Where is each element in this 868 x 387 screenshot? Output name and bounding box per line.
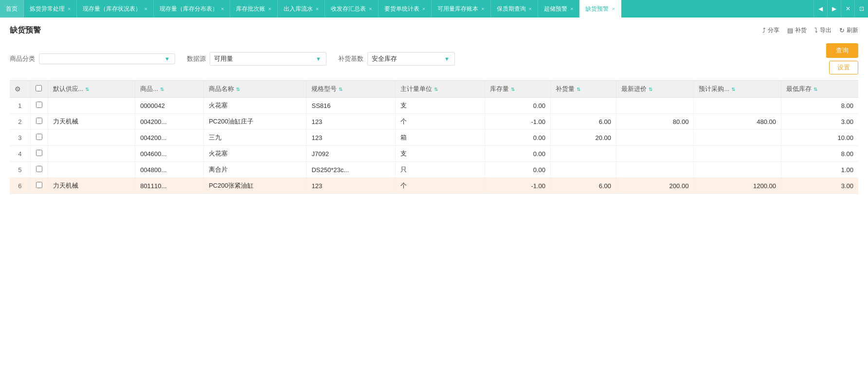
row-est-purchase-cell — [694, 162, 781, 178]
row-replenish-qty-cell — [551, 146, 616, 162]
table-row: 1 0000042 火花塞 SS816 支 0.00 8.00 — [10, 98, 858, 114]
row-replenish-qty-cell: 6.00 — [551, 178, 616, 194]
tab-abnormal[interactable]: 炼货异常处理 × — [24, 0, 77, 18]
close-tab-flow[interactable]: × — [316, 6, 319, 12]
row-unit-cell: 箱 — [396, 130, 485, 146]
tab-close-all-btn[interactable]: ✕ — [841, 0, 854, 18]
row-checkbox-1[interactable] — [36, 118, 42, 124]
replenish-base-select[interactable]: 安全库存 ▼ — [367, 52, 455, 66]
replenish-icon: ▤ — [787, 27, 793, 34]
tab-home[interactable]: 首页 — [0, 0, 24, 18]
row-min-stock-cell: 3.00 — [781, 114, 858, 130]
replenish-base-filter-group: 补货基数 安全库存 ▼ — [338, 52, 455, 66]
header-actions: ⤴ 分享 ▤ 补货 ⤵ 导出 ↻ 刷新 — [762, 26, 858, 35]
replenish-base-chevron-icon: ▼ — [444, 56, 450, 62]
datasource-select[interactable]: 可用量 ▼ — [210, 52, 326, 66]
row-checkbox-cell — [30, 114, 48, 130]
tab-batch-account[interactable]: 库存批次账 × — [230, 0, 277, 18]
row-latest-price-cell — [616, 130, 694, 146]
row-checkbox-cell — [30, 98, 48, 114]
tab-inventory-dist[interactable]: 现存量（库存分布表） × — [154, 0, 230, 18]
row-checkbox-2[interactable] — [36, 134, 42, 140]
sort-icon-supplier[interactable]: ⇅ — [85, 87, 89, 92]
row-num-cell: 5 — [10, 162, 30, 178]
tab-expiry-query[interactable]: 保质期查询 × — [491, 0, 538, 18]
sort-icon-est-purchase[interactable]: ⇅ — [731, 87, 735, 92]
sort-icon-product-name[interactable]: ⇅ — [236, 87, 240, 92]
tab-receipt-summary[interactable]: 收发存汇总表 × — [325, 0, 378, 18]
row-est-purchase-cell — [694, 98, 781, 114]
close-tab-overstock[interactable]: × — [570, 6, 573, 12]
row-product-name-cell: PC200油缸庄子 — [204, 114, 307, 130]
row-checkbox-cell — [30, 178, 48, 194]
th-checkbox — [30, 81, 48, 98]
tab-available-ledger[interactable]: 可用量库存账本 × — [432, 0, 490, 18]
close-tab-receipt-summary[interactable]: × — [369, 6, 372, 12]
sort-icon-latest-price[interactable]: ⇅ — [649, 87, 652, 92]
row-min-stock-cell: 1.00 — [781, 162, 858, 178]
row-unit-cell: 支 — [396, 98, 485, 114]
row-num-cell: 2 — [10, 114, 30, 130]
close-tab-inventory-dist[interactable]: × — [221, 6, 224, 12]
row-spec-cell: 123 — [307, 130, 396, 146]
category-select[interactable]: ▼ — [39, 53, 175, 64]
close-tab-shortage[interactable]: × — [612, 6, 615, 12]
close-tab-batch-account[interactable]: × — [268, 6, 271, 12]
row-product-code-cell: 801110... — [135, 178, 204, 194]
close-tab-abnormal[interactable]: × — [68, 6, 71, 12]
row-supplier-cell: 力天机械 — [48, 114, 135, 130]
tab-expand-btn[interactable]: ⊡ — [854, 0, 868, 18]
page-title: 缺货预警 — [10, 25, 41, 35]
category-label: 商品分类 — [10, 54, 35, 63]
replenish-action[interactable]: ▤ 补货 — [787, 26, 807, 35]
row-checkbox-3[interactable] — [36, 150, 42, 156]
tab-inventory-status[interactable]: 现存量（库存状况表） × — [77, 0, 153, 18]
row-product-code-cell: 004800... — [135, 162, 204, 178]
settings-button[interactable]: 设置 — [829, 61, 858, 74]
column-settings-icon[interactable]: ⚙ — [15, 85, 21, 93]
row-unit-cell: 个 — [396, 114, 485, 130]
sort-icon-spec[interactable]: ⇅ — [339, 87, 343, 92]
close-tab-inventory-status[interactable]: × — [144, 6, 147, 12]
row-spec-cell: J7092 — [307, 146, 396, 162]
tab-flow[interactable]: 出入库流水 × — [278, 0, 325, 18]
refresh-action[interactable]: ↻ 刷新 — [839, 26, 858, 35]
th-est-purchase: 预计采购... ⇅ — [694, 81, 781, 98]
page-content: 缺货预警 ⤴ 分享 ▤ 补货 ⤵ 导出 ↻ 刷新 商品分类 — [0, 18, 868, 387]
row-spec-cell: DS250*23c... — [307, 162, 396, 178]
row-checkbox-5[interactable] — [36, 182, 42, 188]
row-latest-price-cell — [616, 146, 694, 162]
export-action[interactable]: ⤵ 导出 — [814, 26, 832, 35]
sort-icon-product-code[interactable]: ⇅ — [160, 87, 164, 92]
tab-next-btn[interactable]: ▶ — [827, 0, 841, 18]
close-tab-available-ledger[interactable]: × — [481, 6, 484, 12]
table-row: 2 力天机械 004200... PC200油缸庄子 123 个 -1.00 6… — [10, 114, 858, 130]
row-min-stock-cell: 3.00 — [781, 178, 858, 194]
sort-icon-min-stock[interactable]: ⇅ — [814, 87, 817, 92]
row-checkbox-0[interactable] — [36, 102, 42, 108]
tab-prev-btn[interactable]: ◀ — [814, 0, 827, 18]
row-product-name-cell: PC200张紧油缸 — [204, 178, 307, 194]
row-stock-cell: -1.00 — [485, 178, 551, 194]
th-spec: 规格型号 ⇅ — [307, 81, 396, 98]
row-checkbox-4[interactable] — [36, 166, 42, 172]
th-product-name: 商品名称 ⇅ — [204, 81, 307, 98]
close-tab-order-stats[interactable]: × — [422, 6, 425, 12]
sort-icon-unit[interactable]: ⇅ — [434, 87, 438, 92]
close-tab-expiry-query[interactable]: × — [529, 6, 532, 12]
row-checkbox-cell — [30, 130, 48, 146]
tab-overstock[interactable]: 超储预警 × — [538, 0, 579, 18]
share-action[interactable]: ⤴ 分享 — [762, 26, 779, 35]
sort-icon-replenish-qty[interactable]: ⇅ — [577, 87, 580, 92]
category-filter-group: 商品分类 ▼ — [10, 53, 175, 64]
row-spec-cell: SS816 — [307, 98, 396, 114]
row-min-stock-cell: 10.00 — [781, 130, 858, 146]
query-button[interactable]: 查询 — [826, 43, 858, 58]
sort-icon-stock[interactable]: ⇅ — [511, 87, 515, 92]
row-product-name-cell: 火花塞 — [204, 98, 307, 114]
row-checkbox-cell — [30, 146, 48, 162]
tab-shortage[interactable]: 缺货预警 × — [579, 0, 621, 18]
select-all-checkbox[interactable] — [36, 85, 42, 91]
tab-order-stats[interactable]: 要货单统计表 × — [379, 0, 432, 18]
table-row: 4 004600... 火花塞 J7092 支 0.00 8.00 — [10, 146, 858, 162]
